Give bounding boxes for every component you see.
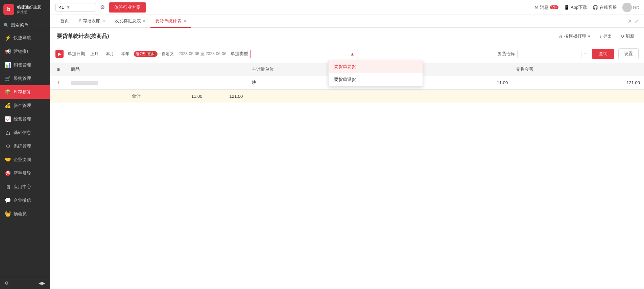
inventory-label: 库存核算 xyxy=(14,89,31,95)
finance-icon: 💰 xyxy=(5,103,11,109)
sales-icon: 📊 xyxy=(5,62,11,68)
wechat-icon: 💬 xyxy=(5,197,11,203)
type-dropdown: 要货单要货 要货单退货 xyxy=(328,60,423,86)
export-icon: ↓ xyxy=(600,34,602,39)
page-content: 要货单统计表(按商品) 🖨 按模板打印 ▼ ↓ 导出 ↺ 刷新 xyxy=(50,28,644,289)
recent-7days-btn[interactable]: 近7天更多 xyxy=(134,51,158,57)
warehouse-filter-group: 要货仓库 ··· xyxy=(498,50,588,58)
app-center-icon: 🖥 xyxy=(5,184,11,190)
this-year-btn[interactable]: 本年 xyxy=(118,50,133,58)
sidebar-item-basics[interactable]: 🗂 基础信息 xyxy=(0,126,50,139)
sidebar-item-system[interactable]: ⚙ 系统管理 xyxy=(0,139,50,153)
query-btn[interactable]: 查询 xyxy=(592,49,614,59)
marketing-label: 营销推广 xyxy=(14,48,31,54)
cell-seq: 1 xyxy=(50,76,67,89)
date-range-btns: 上月 本月 本年 近7天更多 自定义 xyxy=(87,50,176,58)
tabs-expand-btn[interactable]: ⤢ xyxy=(635,18,639,24)
avatar xyxy=(622,3,632,12)
tab-home[interactable]: 首页 xyxy=(55,15,74,28)
last-month-btn[interactable]: 上月 xyxy=(87,50,101,58)
dropdown-item-0[interactable]: 要货单要货 xyxy=(329,60,423,73)
online-service-label: 在线客服 xyxy=(599,4,617,10)
cell-amount: 121.00 xyxy=(512,76,644,89)
user-avatar-btn[interactable]: Rit xyxy=(622,3,639,12)
col-product: 商品 xyxy=(67,63,248,76)
sidebar-item-sales[interactable]: 📊 销售管理 xyxy=(0,58,50,72)
trial-btn[interactable]: 体验行业方案 xyxy=(109,2,146,13)
online-service-btn[interactable]: 🎧 在线客服 xyxy=(593,4,617,10)
sidebar-item-quick-nav[interactable]: ⚡ 快捷导航 xyxy=(0,31,50,45)
sidebar-item-marketing[interactable]: 📢 营销推广 xyxy=(0,45,50,58)
type-filter-group: 单据类型 ▲ xyxy=(231,50,494,58)
sidebar-toggle-icon[interactable]: ◀▶ xyxy=(39,281,45,286)
filter-settings-btn[interactable]: 设置 xyxy=(618,48,639,59)
sidebar-item-enterprise[interactable]: 🤝 企业协同 xyxy=(0,153,50,166)
col-settings-icon: ⚙ xyxy=(56,67,61,72)
app-download-label: App下载 xyxy=(571,4,587,10)
type-filter-label: 单据类型 xyxy=(231,51,248,57)
app-center-label: 应用中心 xyxy=(14,184,31,190)
col-settings[interactable]: ⚙ xyxy=(50,63,67,76)
app-logo: b 畅捷通好生意 标准版 xyxy=(0,0,50,19)
enterprise-icon: 🤝 xyxy=(5,157,11,163)
tab-inventory-batch[interactable]: 库存批次账 ✕ xyxy=(74,15,110,28)
sidebar-item-purchase[interactable]: 🛒 采购管理 xyxy=(0,72,50,85)
sidebar-item-finance[interactable]: 💰 资金管理 xyxy=(0,99,50,112)
sidebar-item-business[interactable]: 📈 经营管理 xyxy=(0,112,50,126)
this-month-btn[interactable]: 本月 xyxy=(103,50,117,58)
total-qty: 11.00 xyxy=(191,94,202,99)
business-icon: 📈 xyxy=(5,116,11,122)
tab-stock-summary-close[interactable]: ✕ xyxy=(143,19,146,23)
sidebar-item-inventory[interactable]: 📦 库存核算 xyxy=(0,85,50,99)
filter-more-btn[interactable]: ··· xyxy=(583,51,588,57)
refresh-btn[interactable]: ↺ 刷新 xyxy=(618,32,637,41)
tab-inventory-batch-label: 库存批次账 xyxy=(78,18,100,24)
total-amount: 121.00 xyxy=(230,94,243,99)
branch-selector[interactable]: 41 ▼ xyxy=(55,3,96,12)
tab-order-stats-close[interactable]: ✕ xyxy=(183,19,186,23)
app-download-btn[interactable]: 📱 App下载 xyxy=(564,4,587,10)
purchase-icon: 🛒 xyxy=(5,75,11,82)
purchase-label: 采购管理 xyxy=(14,75,31,82)
more-badge: 更多 xyxy=(146,52,156,56)
warehouse-filter-label: 要货仓库 xyxy=(498,51,515,57)
service-icon: 🎧 xyxy=(593,5,598,10)
member-label: 畅会员 xyxy=(14,211,27,217)
date-filter-group: 单据日期 上月 本月 本年 近7天更多 自定义 2023-05-06 至 202… xyxy=(68,50,226,58)
tab-bar: 首页 库存批次账 ✕ 收发存汇总表 ✕ 要货单统计表 ✕ ✕ ⤢ xyxy=(50,15,644,28)
page-header: 要货单统计表(按商品) 🖨 按模板打印 ▼ ↓ 导出 ↺ 刷新 xyxy=(50,28,644,45)
export-btn[interactable]: ↓ 导出 xyxy=(597,32,615,41)
print-btn[interactable]: 🖨 按模板打印 ▼ xyxy=(556,32,594,41)
topbar: 41 ▼ ⚙ 体验行业方案 ✉ 消息 99+ 📱 App下载 🎧 在线客服 Ri… xyxy=(50,0,644,15)
close-all-tabs-btn[interactable]: ✕ xyxy=(627,18,632,24)
search-menu[interactable]: 🔍 搜索菜单 xyxy=(0,19,50,31)
type-filter-input[interactable]: ▲ xyxy=(250,50,358,58)
system-icon: ⚙ xyxy=(5,143,11,149)
sidebar: b 畅捷通好生意 标准版 🔍 搜索菜单 ⚡ 快捷导航 📢 营销推广 📊 销售管理… xyxy=(0,0,50,289)
sidebar-item-wechat[interactable]: 💬 企业微信 xyxy=(0,194,50,207)
marketing-icon: 📢 xyxy=(5,48,11,54)
page-container: 要货单统计表(按商品) 🖨 按模板打印 ▼ ↓ 导出 ↺ 刷新 xyxy=(50,28,644,289)
tab-order-stats[interactable]: 要货单统计表 ✕ xyxy=(150,15,191,28)
filter-bar: ▶ 单据日期 上月 本月 本年 近7天更多 自定义 2023-05-06 至 2… xyxy=(50,45,644,63)
basics-icon: 🗂 xyxy=(5,130,11,136)
tab-order-stats-label: 要货单统计表 xyxy=(155,18,182,24)
tab-stock-summary[interactable]: 收发存汇总表 ✕ xyxy=(110,15,150,28)
settings-topbar-icon[interactable]: ⚙ xyxy=(100,4,105,10)
message-badge: 99+ xyxy=(550,5,558,9)
tutorial-icon: 🎯 xyxy=(5,170,11,176)
tab-stock-summary-label: 收发存汇总表 xyxy=(115,18,141,24)
warehouse-filter-input[interactable] xyxy=(517,50,581,58)
sidebar-item-app-center[interactable]: 🖥 应用中心 xyxy=(0,180,50,194)
refresh-icon: ↺ xyxy=(621,34,624,39)
settings-gear-icon[interactable]: ⚙ xyxy=(5,281,9,286)
sidebar-item-tutorial[interactable]: 🎯 新手引导 xyxy=(0,166,50,180)
message-btn[interactable]: ✉ 消息 99+ xyxy=(535,4,558,10)
message-icon: ✉ xyxy=(535,5,539,10)
col-amount: 零售金额 xyxy=(512,63,644,76)
sidebar-item-member[interactable]: 👑 畅会员 xyxy=(0,207,50,221)
custom-date-btn[interactable]: 自定义 xyxy=(159,50,176,58)
filter-expand-btn[interactable]: ▶ xyxy=(55,50,64,58)
dropdown-item-1[interactable]: 要货单退货 xyxy=(329,73,423,86)
tab-inventory-batch-close[interactable]: ✕ xyxy=(102,19,105,23)
